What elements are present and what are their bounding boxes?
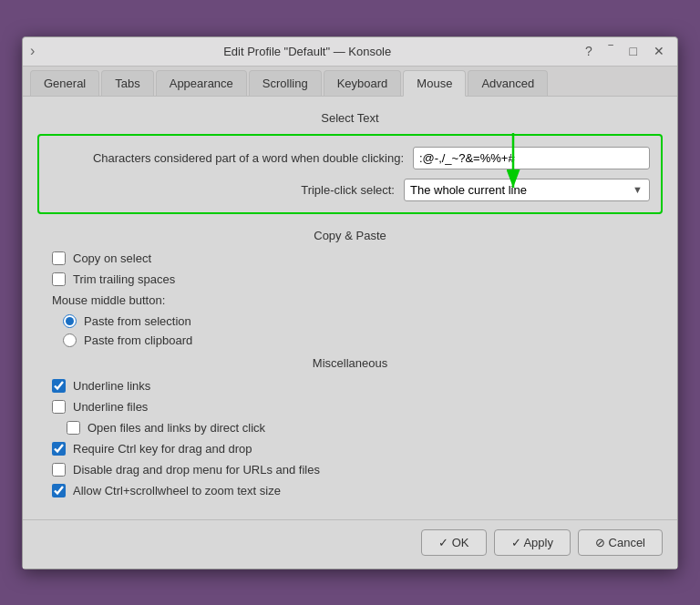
ok-button[interactable]: ✓ OK xyxy=(421,529,486,556)
allow-ctrl-scroll-checkbox[interactable] xyxy=(52,484,66,497)
maximize-button[interactable]: □ xyxy=(624,42,643,60)
copy-on-select-label: Copy on select xyxy=(73,251,151,265)
minimize-button[interactable]: ‾ xyxy=(603,42,619,60)
trim-trailing-row: Trim trailing spaces xyxy=(37,272,663,286)
triple-click-select-wrapper: The whole current line From the start of… xyxy=(404,179,650,201)
middle-button-label: Mouse middle button: xyxy=(37,293,663,307)
tab-tabs[interactable]: Tabs xyxy=(101,70,153,96)
tab-scrolling[interactable]: Scrolling xyxy=(249,70,322,96)
main-window: › Edit Profile "Default" — Konsole ? ‾ □… xyxy=(22,36,678,569)
disable-drag-checkbox[interactable] xyxy=(52,463,66,477)
tab-advanced[interactable]: Advanced xyxy=(468,70,548,96)
disable-drag-row: Disable drag and drop menu for URLs and … xyxy=(37,463,663,477)
require-ctrl-checkbox[interactable] xyxy=(52,442,66,456)
underline-links-row: Underline links xyxy=(37,379,663,393)
titlebar: › Edit Profile "Default" — Konsole ? ‾ □… xyxy=(23,37,677,67)
underline-links-checkbox[interactable] xyxy=(52,379,66,393)
require-ctrl-label: Require Ctrl key for drag and drop xyxy=(73,442,252,456)
apply-button[interactable]: ✓ Apply xyxy=(494,529,571,556)
paste-selection-row: Paste from selection xyxy=(37,314,663,328)
select-text-header: Select Text xyxy=(37,111,663,125)
underline-files-label: Underline files xyxy=(73,400,148,414)
bottom-bar: ✓ OK ✓ Apply ⊘ Cancel xyxy=(23,519,677,569)
paste-selection-radio[interactable] xyxy=(63,314,77,328)
content-area: Select Text Characters considered part o… xyxy=(23,97,677,519)
select-text-box: Characters considered part of a word whe… xyxy=(37,134,663,214)
paste-clipboard-radio[interactable] xyxy=(63,333,77,347)
cancel-button[interactable]: ⊘ Cancel xyxy=(578,529,663,556)
trim-trailing-label: Trim trailing spaces xyxy=(73,272,175,286)
open-files-row: Open files and links by direct click xyxy=(37,421,663,435)
underline-links-label: Underline links xyxy=(73,379,150,393)
allow-ctrl-scroll-label: Allow Ctrl+scrollwheel to zoom text size xyxy=(73,484,281,497)
tab-appearance[interactable]: Appearance xyxy=(156,70,247,96)
characters-label: Characters considered part of a word whe… xyxy=(50,151,413,165)
open-files-checkbox[interactable] xyxy=(67,421,80,435)
tab-keyboard[interactable]: Keyboard xyxy=(324,70,402,96)
copy-on-select-checkbox[interactable] xyxy=(52,251,66,265)
titlebar-buttons: ? ‾ □ ✕ xyxy=(580,42,670,60)
paste-selection-label: Paste from selection xyxy=(84,314,191,328)
underline-files-checkbox[interactable] xyxy=(52,400,66,414)
paste-clipboard-row: Paste from clipboard xyxy=(37,333,663,347)
paste-clipboard-label: Paste from clipboard xyxy=(84,333,192,347)
open-files-label: Open files and links by direct click xyxy=(88,421,265,435)
help-button[interactable]: ? xyxy=(580,42,598,60)
copy-paste-header: Copy & Paste xyxy=(37,229,663,242)
copy-on-select-row: Copy on select xyxy=(37,251,663,265)
underline-files-row: Underline files xyxy=(37,400,663,414)
triple-click-label: Triple-click select: xyxy=(50,183,404,197)
disable-drag-label: Disable drag and drop menu for URLs and … xyxy=(73,463,320,477)
tab-mouse[interactable]: Mouse xyxy=(403,70,466,97)
allow-ctrl-scroll-row: Allow Ctrl+scrollwheel to zoom text size xyxy=(37,484,663,497)
require-ctrl-row: Require Ctrl key for drag and drop xyxy=(37,442,663,456)
characters-input[interactable] xyxy=(413,147,650,169)
miscellaneous-header: Miscellaneous xyxy=(37,356,663,370)
close-button[interactable]: ✕ xyxy=(648,42,670,60)
triple-click-select[interactable]: The whole current line From the start of… xyxy=(404,179,650,201)
characters-row: Characters considered part of a word whe… xyxy=(50,147,650,169)
tab-general[interactable]: General xyxy=(30,70,99,96)
trim-trailing-checkbox[interactable] xyxy=(52,272,66,286)
tabs-bar: General Tabs Appearance Scrolling Keyboa… xyxy=(23,67,677,97)
triple-click-row: Triple-click select: The whole current l… xyxy=(50,179,650,201)
window-title: Edit Profile "Default" — Konsole xyxy=(35,45,580,58)
